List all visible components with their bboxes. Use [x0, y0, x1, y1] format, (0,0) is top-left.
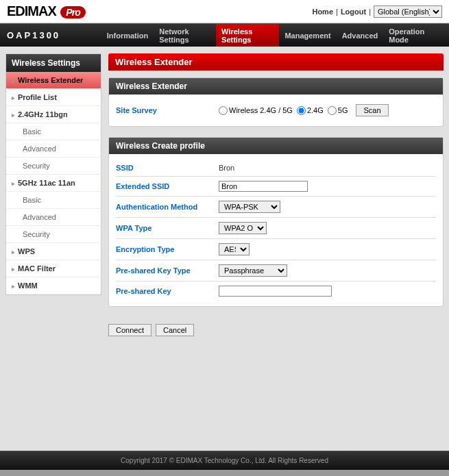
nav-item-advanced[interactable]: Advanced	[337, 24, 384, 47]
band-radio-wireless-2-4g-5g[interactable]: Wireless 2.4G / 5G	[219, 106, 293, 115]
language-select[interactable]: Global (English)	[374, 5, 442, 18]
brand-suffix: Pro	[60, 6, 85, 18]
sidebar-item-label: WMM	[18, 281, 38, 290]
sidebar-item-advanced[interactable]: Advanced	[6, 209, 101, 226]
chevron-right-icon: ▸	[12, 249, 15, 255]
connect-button[interactable]: Connect	[108, 324, 151, 336]
home-link[interactable]: Home	[312, 8, 333, 16]
sidebar: Wireless Settings ▸Wireless Extender▸Pro…	[5, 53, 101, 295]
sidebar-item-security[interactable]: Security	[6, 226, 101, 243]
band-radio-5g[interactable]: 5G	[328, 106, 348, 115]
cancel-button[interactable]: Cancel	[156, 324, 194, 336]
page-title: Wireless Extender	[108, 53, 444, 71]
sidebar-item-security[interactable]: Security	[6, 158, 101, 175]
logout-link[interactable]: Logout	[341, 8, 366, 16]
nav-item-network-settings[interactable]: Network Settings	[154, 24, 216, 47]
sidebar-item-label: Security	[23, 230, 50, 238]
pkt-select[interactable]: Passphrase	[219, 264, 287, 277]
pkt-label: Pre-shared Key Type	[116, 266, 219, 275]
survey-header: Wireless Extender	[109, 78, 443, 95]
sidebar-item-profile-list[interactable]: ▸Profile List	[6, 89, 101, 106]
sidebar-item-label: WPS	[18, 247, 35, 255]
top-bar: EDIMAX Pro Home | Logout | Global (Engli…	[0, 0, 449, 23]
ssid-value: Bron	[219, 164, 234, 172]
band-radio-2-4g[interactable]: 2.4G	[297, 106, 324, 115]
ext-ssid-input[interactable]	[219, 181, 308, 192]
enc-select[interactable]: AES	[219, 243, 250, 255]
sidebar-item-wps[interactable]: ▸WPS	[6, 243, 101, 260]
site-survey-panel: Wireless Extender Site Survey Wireless 2…	[108, 77, 444, 127]
profile-header: Wireless Create profile	[109, 138, 443, 154]
sidebar-item-label: MAC Filter	[18, 264, 56, 273]
sidebar-item-mac-filter[interactable]: ▸MAC Filter	[6, 260, 101, 277]
sidebar-item-label: 2.4GHz 11bgn	[18, 110, 68, 118]
sidebar-item-label: Wireless Extender	[18, 76, 83, 84]
sidebar-item-basic[interactable]: Basic	[6, 192, 101, 209]
top-right-links: Home | Logout | Global (English)	[312, 5, 442, 18]
sidebar-item-advanced[interactable]: Advanced	[6, 140, 101, 158]
sidebar-item-label: Advanced	[23, 213, 56, 221]
enc-label: Encryption Type	[116, 245, 219, 253]
chevron-right-icon: ▸	[12, 266, 15, 273]
ext-ssid-label: Extended SSID	[116, 182, 219, 190]
nav-item-management[interactable]: Management	[279, 24, 336, 47]
nav-item-wireless-settings[interactable]: Wireless Settings	[216, 24, 279, 47]
wpa-label: WPA Type	[116, 224, 219, 232]
sidebar-item-label: 5GHz 11ac 11an	[18, 179, 75, 187]
nav-item-information[interactable]: Information	[101, 24, 154, 47]
scan-button[interactable]: Scan	[356, 104, 388, 116]
chevron-right-icon: ▸	[12, 283, 15, 290]
nav-items: InformationNetwork SettingsWireless Sett…	[101, 24, 442, 47]
psk-input[interactable]	[219, 286, 332, 297]
action-buttons: Connect Cancel	[108, 317, 444, 343]
chevron-right-icon: ▸	[12, 77, 15, 84]
model-name: OAP1300	[7, 30, 101, 40]
sidebar-header: Wireless Settings	[6, 54, 101, 72]
sidebar-item-wmm[interactable]: ▸WMM	[6, 277, 101, 295]
sidebar-item-2-4ghz-11bgn[interactable]: ▸2.4GHz 11bgn	[6, 106, 101, 123]
site-survey-label: Site Survey	[116, 106, 219, 114]
psk-label: Pre-shared Key	[116, 287, 219, 295]
sidebar-item-label: Basic	[23, 127, 41, 136]
sidebar-item-basic[interactable]: Basic	[6, 123, 101, 140]
nav-item-operation-mode[interactable]: Operation Mode	[383, 24, 442, 47]
sidebar-item-label: Basic	[23, 196, 41, 204]
sidebar-item-label: Advanced	[23, 145, 56, 153]
chevron-right-icon: ▸	[12, 112, 15, 118]
brand-text: EDIMAX	[7, 3, 56, 18]
auth-select[interactable]: WPA-PSK	[219, 201, 280, 213]
sidebar-item-wireless-extender[interactable]: ▸Wireless Extender	[6, 72, 101, 89]
auth-label: Authentication Method	[116, 203, 219, 211]
nav-bar: OAP1300 InformationNetwork SettingsWirel…	[0, 23, 449, 47]
sidebar-item-5ghz-11ac-11an[interactable]: ▸5GHz 11ac 11an	[6, 175, 101, 192]
brand-logo: EDIMAX Pro	[7, 3, 86, 19]
sidebar-item-label: Profile List	[18, 93, 57, 101]
main-panel: Wireless Extender Wireless Extender Site…	[108, 53, 444, 434]
footer: Copyright 2017 © EDIMAX Technology Co., …	[0, 451, 449, 470]
content-area: Wireless Settings ▸Wireless Extender▸Pro…	[0, 47, 449, 451]
app-window: EDIMAX Pro Home | Logout | Global (Engli…	[0, 0, 449, 470]
ssid-label: SSID	[116, 164, 219, 172]
chevron-right-icon: ▸	[12, 95, 15, 101]
sidebar-item-label: Security	[23, 162, 50, 170]
band-radio-group: Wireless 2.4G / 5G 2.4G 5G	[219, 106, 348, 115]
create-profile-panel: Wireless Create profile SSID Bron Extend…	[108, 137, 444, 307]
chevron-right-icon: ▸	[12, 180, 15, 187]
wpa-select[interactable]: WPA2 Only	[219, 222, 267, 234]
